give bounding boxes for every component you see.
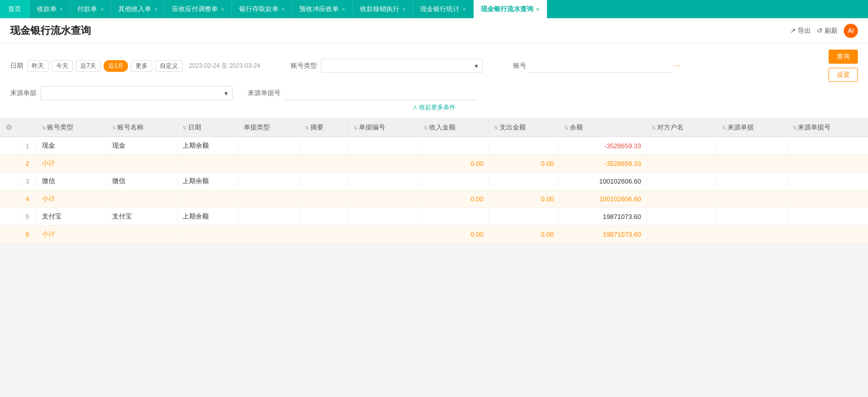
- account-type-label: 账号类型: [291, 61, 317, 70]
- cell-doc-no: [348, 190, 419, 208]
- close-icon[interactable]: ×: [154, 6, 157, 12]
- cell-account-name: 现金: [107, 137, 177, 155]
- cell-summary: [300, 172, 348, 190]
- cell-summary: [300, 226, 348, 243]
- nav-tab-cash-bank-flow[interactable]: 现金银行流水查询 ×: [474, 0, 547, 18]
- col-doc-no[interactable]: 单据编号: [348, 118, 419, 137]
- col-source-doc-no[interactable]: 来源单据号: [787, 118, 868, 137]
- cell-source-doc: [717, 226, 787, 243]
- cell-counterpart: [647, 155, 717, 172]
- nav-tab-receipts[interactable]: 收款单 ×: [30, 0, 70, 18]
- column-settings-icon[interactable]: ⚙: [6, 123, 12, 131]
- close-icon[interactable]: ×: [100, 6, 103, 12]
- cell-source-doc-no: [787, 208, 868, 226]
- cell-income: [419, 208, 489, 226]
- col-income[interactable]: 收入金额: [419, 118, 489, 137]
- cell-income: 0.00: [419, 155, 489, 172]
- export-icon: ↗: [790, 27, 796, 34]
- close-icon[interactable]: ×: [342, 6, 345, 12]
- cell-date: [177, 226, 238, 243]
- date-btn-more[interactable]: 更多: [131, 60, 152, 72]
- cell-doc-type: [238, 137, 299, 155]
- table-row: 3 微信 微信 上期余额 100102606.60: [0, 172, 868, 190]
- source-doc-no-input[interactable]: [285, 86, 477, 100]
- cell-counterpart: [647, 137, 717, 155]
- nav-tab-ar-ap-adjust[interactable]: 应收应付调整单 ×: [165, 0, 232, 18]
- cell-balance: -3528659.33: [559, 155, 647, 172]
- row-expand: [0, 226, 18, 243]
- cell-account-name: [107, 226, 177, 243]
- cell-account-name: [107, 155, 177, 172]
- col-summary[interactable]: 摘要: [300, 118, 348, 137]
- top-navigation: 首页 收款单 × 付款单 × 其他收入单 × 应收应付调整单 × 银行存取款单 …: [0, 0, 868, 18]
- col-date[interactable]: 日期: [177, 118, 238, 137]
- cell-counterpart: [647, 190, 717, 208]
- date-btn-7days[interactable]: 近7天: [76, 60, 101, 72]
- cell-expense: [489, 172, 559, 190]
- close-icon[interactable]: ×: [282, 6, 285, 12]
- row-expand: [0, 155, 18, 172]
- nav-tab-bank-deposit[interactable]: 银行存取款单 ×: [232, 0, 292, 18]
- cell-expense: 0.00: [489, 190, 559, 208]
- col-counterpart[interactable]: 对方户名: [647, 118, 717, 137]
- filter-area: 日期 昨天 今天 近7天 近1月 更多 自定义 2023-02-24 至 202…: [0, 43, 868, 118]
- col-settings[interactable]: ⚙: [0, 118, 18, 137]
- collapse-filters-button[interactable]: ∧ 收起更多条件: [10, 100, 858, 113]
- page-header: 现金银行流水查询 ↗ 导出 ↺ 刷新 Ai: [0, 18, 868, 43]
- date-btn-yesterday[interactable]: 昨天: [27, 60, 49, 72]
- account-type-select[interactable]: ▾: [321, 59, 483, 73]
- ai-button[interactable]: Ai: [844, 24, 858, 38]
- refresh-button[interactable]: ↺ 刷新: [817, 26, 838, 35]
- nav-tab-prepay-offset[interactable]: 预收冲应收单 ×: [292, 0, 352, 18]
- col-source-doc[interactable]: 来源单据: [717, 118, 787, 137]
- nav-tab-other-income[interactable]: 其他收入单 ×: [111, 0, 165, 18]
- account-ellipsis-button[interactable]: ···: [674, 61, 680, 70]
- source-doc-select[interactable]: ▾: [40, 86, 233, 100]
- cell-expense: [489, 208, 559, 226]
- close-icon[interactable]: ×: [536, 6, 539, 12]
- cell-expense: 0.00: [489, 226, 559, 243]
- nav-tab-receipt-exec[interactable]: 收款核销执行 ×: [353, 0, 413, 18]
- settings-button[interactable]: 设置: [829, 68, 858, 82]
- col-balance[interactable]: 余额: [559, 118, 647, 137]
- cell-doc-type: [238, 172, 299, 190]
- cell-source-doc: [717, 208, 787, 226]
- cell-balance: 19871073.60: [559, 226, 647, 243]
- cell-source-doc: [717, 172, 787, 190]
- cell-income: 0.00: [419, 190, 489, 208]
- chevron-down-icon: ▾: [475, 62, 478, 70]
- query-button[interactable]: 查询: [829, 50, 858, 64]
- date-btn-1month[interactable]: 近1月: [104, 60, 128, 72]
- cell-income: 0.00: [419, 226, 489, 243]
- cell-account-type: 小计: [36, 226, 107, 243]
- col-expense[interactable]: 支出金额: [489, 118, 559, 137]
- cell-source-doc: [717, 155, 787, 172]
- row-index: 5: [18, 208, 36, 226]
- export-button[interactable]: ↗ 导出: [790, 26, 811, 35]
- account-input[interactable]: [529, 59, 671, 73]
- row-expand: [0, 208, 18, 226]
- cell-doc-no: [348, 137, 419, 155]
- cell-source-doc-no: [787, 226, 868, 243]
- date-shortcuts: 昨天 今天 近7天 近1月 更多 自定义: [27, 60, 182, 72]
- close-icon[interactable]: ×: [463, 6, 466, 12]
- close-icon[interactable]: ×: [221, 6, 224, 12]
- nav-tab-cash-bank-stat[interactable]: 现金银行统计 ×: [413, 0, 473, 18]
- date-btn-today[interactable]: 今天: [52, 60, 73, 72]
- date-btn-custom[interactable]: 自定义: [155, 60, 182, 72]
- cell-date: 上期余额: [177, 208, 238, 226]
- col-account-type[interactable]: 账号类型: [36, 118, 107, 137]
- cell-expense: 0.00: [489, 155, 559, 172]
- cell-account-type: 微信: [36, 172, 107, 190]
- nav-tab-payments[interactable]: 付款单 ×: [70, 0, 111, 18]
- row-index: 1: [18, 137, 36, 155]
- cell-doc-type: [238, 208, 299, 226]
- close-icon[interactable]: ×: [60, 6, 63, 12]
- cell-income: [419, 172, 489, 190]
- cell-source-doc: [717, 190, 787, 208]
- cell-date: [177, 190, 238, 208]
- nav-home[interactable]: 首页: [0, 0, 30, 18]
- col-account-name[interactable]: 账号名称: [107, 118, 177, 137]
- close-icon[interactable]: ×: [402, 6, 405, 12]
- cell-source-doc-no: [787, 155, 868, 172]
